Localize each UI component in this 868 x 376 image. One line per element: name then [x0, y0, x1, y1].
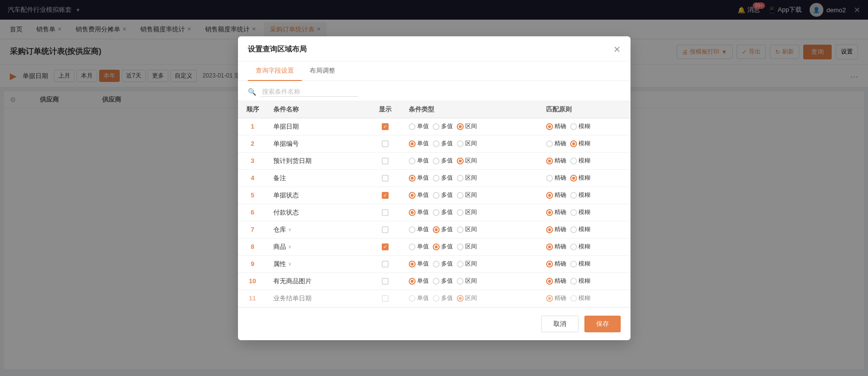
- row-3-type-range-radio[interactable]: [457, 158, 464, 164]
- row-2-match-fuzzy-radio[interactable]: [570, 140, 577, 147]
- row-9-type-range[interactable]: 区间: [457, 260, 477, 268]
- row-11-type-single[interactable]: 单值: [409, 294, 429, 302]
- row-1-type-multi[interactable]: 多值: [433, 122, 453, 131]
- row-2-match-fuzzy[interactable]: 模糊: [570, 139, 590, 148]
- row-1-match-exact-radio[interactable]: [546, 123, 553, 130]
- row-6-match-exact-radio[interactable]: [546, 209, 553, 216]
- row-3-type-range[interactable]: 区间: [457, 157, 477, 165]
- row-8-type-single[interactable]: 单值: [409, 242, 429, 251]
- row-11-type-range-radio[interactable]: [457, 295, 464, 302]
- row-10-show[interactable]: [366, 278, 405, 285]
- row-7-type-range[interactable]: 区间: [457, 225, 477, 234]
- row-3-match-exact-radio[interactable]: [546, 158, 553, 164]
- row-10-type-multi-radio[interactable]: [433, 278, 440, 285]
- row-2-type-multi-radio[interactable]: [433, 140, 440, 147]
- row-8-match-fuzzy-radio[interactable]: [570, 243, 577, 250]
- row-5-type-range-radio[interactable]: [457, 192, 464, 199]
- row-10-type-range[interactable]: 区间: [457, 277, 477, 285]
- row-7-show-checkbox[interactable]: [382, 226, 389, 233]
- row-4-type-multi-radio[interactable]: [433, 175, 440, 182]
- row-2-type-multi[interactable]: 多值: [433, 139, 453, 148]
- row-8-show-checkbox[interactable]: [382, 243, 389, 250]
- row-9-match-fuzzy[interactable]: 模糊: [570, 260, 590, 268]
- row-6-type-range-radio[interactable]: [457, 209, 464, 216]
- row-3-show-checkbox[interactable]: [382, 158, 389, 164]
- row-2-type-single-radio[interactable]: [409, 140, 416, 147]
- row-10-type-single-radio[interactable]: [409, 278, 416, 285]
- row-1-show[interactable]: [366, 123, 405, 130]
- row-7-show[interactable]: [366, 226, 405, 233]
- row-10-match-exact-radio[interactable]: [546, 278, 553, 285]
- row-3-match-fuzzy-radio[interactable]: [570, 158, 577, 164]
- row-7-type-multi[interactable]: 多值: [433, 225, 453, 234]
- row-11-type-range[interactable]: 区间: [457, 294, 477, 302]
- row-8-type-range-radio[interactable]: [457, 243, 464, 250]
- row-5-type-single-radio[interactable]: [409, 192, 416, 199]
- row-2-show-checkbox[interactable]: [382, 140, 389, 147]
- row-6-type-range[interactable]: 区间: [457, 208, 477, 216]
- row-7-type-single-radio[interactable]: [409, 226, 416, 233]
- row-9-type-single[interactable]: 单值: [409, 260, 429, 268]
- row-10-type-single[interactable]: 单值: [409, 277, 429, 285]
- row-1-type-range[interactable]: 区间: [457, 122, 477, 131]
- row-7-match-exact[interactable]: 精确: [546, 225, 566, 234]
- row-5-match-fuzzy[interactable]: 模糊: [570, 191, 590, 199]
- row-4-type-single-radio[interactable]: [409, 175, 416, 182]
- row-9-type-multi-radio[interactable]: [433, 261, 440, 268]
- row-10-type-multi[interactable]: 多值: [433, 277, 453, 285]
- row-6-match-exact[interactable]: 精确: [546, 208, 566, 216]
- row-1-match-fuzzy[interactable]: 模糊: [570, 122, 590, 131]
- search-input[interactable]: [260, 87, 358, 97]
- row-3-type-multi-radio[interactable]: [433, 158, 440, 164]
- row-5-type-single[interactable]: 单值: [409, 191, 429, 199]
- row-5-show[interactable]: [366, 192, 405, 199]
- row-2-match-exact[interactable]: 精确: [546, 139, 566, 148]
- row-11-show[interactable]: [366, 295, 405, 302]
- row-7-type-single[interactable]: 单值: [409, 225, 429, 234]
- row-8-match-exact-radio[interactable]: [546, 243, 553, 250]
- row-6-match-fuzzy[interactable]: 模糊: [570, 208, 590, 216]
- cancel-btn[interactable]: 取消: [541, 316, 579, 332]
- tab-query-fields[interactable]: 查询字段设置: [248, 61, 302, 81]
- row-10-show-checkbox[interactable]: [382, 278, 389, 285]
- row-5-type-multi[interactable]: 多值: [433, 191, 453, 199]
- row-8-type-multi-radio[interactable]: [433, 243, 440, 250]
- row-9-type-range-radio[interactable]: [457, 261, 464, 268]
- row-5-match-exact-radio[interactable]: [546, 192, 553, 199]
- row-5-show-checkbox[interactable]: [382, 192, 389, 199]
- row-6-type-multi[interactable]: 多值: [433, 208, 453, 216]
- row-2-match-exact-radio[interactable]: [546, 140, 553, 147]
- row-2-type-range-radio[interactable]: [457, 140, 464, 147]
- row-4-type-range-radio[interactable]: [457, 175, 464, 182]
- row-5-type-range[interactable]: 区间: [457, 191, 477, 199]
- row-6-type-single-radio[interactable]: [409, 209, 416, 216]
- row-3-show[interactable]: [366, 158, 405, 164]
- row-3-match-fuzzy[interactable]: 模糊: [570, 157, 590, 165]
- row-2-show[interactable]: [366, 140, 405, 147]
- row-9-match-exact-radio[interactable]: [546, 261, 553, 268]
- row-3-type-multi[interactable]: 多值: [433, 157, 453, 165]
- row-11-type-multi[interactable]: 多值: [433, 294, 453, 302]
- row-6-match-fuzzy-radio[interactable]: [570, 209, 577, 216]
- row-11-match-fuzzy[interactable]: 模糊: [570, 294, 590, 302]
- row-1-type-range-radio[interactable]: [457, 123, 464, 130]
- row-4-type-multi[interactable]: 多值: [433, 174, 453, 182]
- row-11-match-exact-radio[interactable]: [546, 295, 553, 302]
- row-5-match-exact[interactable]: 精确: [546, 191, 566, 199]
- row-9-show-checkbox[interactable]: [382, 261, 389, 268]
- row-10-match-fuzzy-radio[interactable]: [570, 278, 577, 285]
- row-11-show-checkbox[interactable]: [382, 295, 389, 302]
- row-11-match-fuzzy-radio[interactable]: [570, 295, 577, 302]
- row-6-show-checkbox[interactable]: [382, 209, 389, 216]
- row-7-match-exact-radio[interactable]: [546, 226, 553, 233]
- row-7-type-range-radio[interactable]: [457, 226, 464, 233]
- row-8-match-exact[interactable]: 精确: [546, 242, 566, 251]
- row-4-match-exact[interactable]: 精确: [546, 174, 566, 182]
- row-8-match-fuzzy[interactable]: 模糊: [570, 242, 590, 251]
- row-1-match-exact[interactable]: 精确: [546, 122, 566, 131]
- row-4-match-exact-radio[interactable]: [546, 175, 553, 182]
- row-10-match-exact[interactable]: 精确: [546, 277, 566, 285]
- row-9-type-single-radio[interactable]: [409, 261, 416, 268]
- row-11-type-multi-radio[interactable]: [433, 295, 440, 302]
- row-2-type-range[interactable]: 区间: [457, 139, 477, 148]
